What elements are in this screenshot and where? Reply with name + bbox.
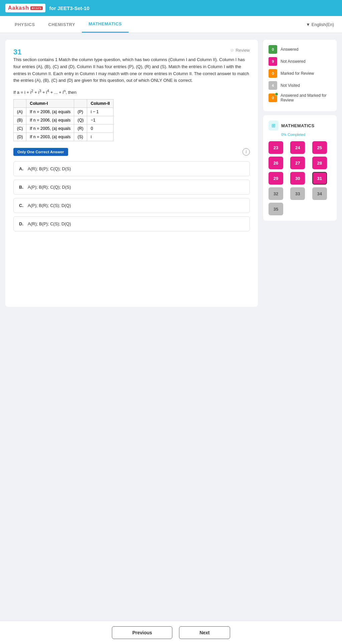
answered-badge: 0	[269, 45, 277, 54]
row-b-sep: (Q)	[74, 116, 87, 124]
option-b-text: A(P); B(R); C(Q); D(S)	[28, 185, 71, 190]
answer-type-row: Only One Correct Answer i	[13, 148, 250, 156]
question-number: 31	[13, 48, 21, 56]
section-card: ⊞ MATHEMATICS 0% Completed 23 24 25 26 2…	[263, 115, 337, 221]
sidebar: 0 Answered 9 Not Answered 0 Marked for R…	[263, 40, 337, 307]
row-a-col2: i − 1	[87, 108, 114, 116]
marked-badge: 0	[269, 69, 277, 78]
q-btn-24[interactable]: 24	[290, 141, 305, 154]
chevron-down-icon: ▼	[306, 22, 310, 27]
q-btn-32[interactable]: 32	[269, 187, 283, 200]
table-col-1-header: Column-I	[26, 99, 74, 108]
answered-marked-count: 0	[272, 96, 274, 100]
option-d-text: A(R); B(P); C(S); D(Q)	[28, 221, 71, 226]
app-header: Aakash BYJU'S for JEET3-Set-10	[0, 0, 342, 16]
q-btn-25[interactable]: 25	[312, 141, 327, 154]
option-a-text: A(R); B(P); C(Q); D(S)	[28, 166, 71, 171]
option-b[interactable]: B. A(P); B(R); C(Q); D(S)	[13, 180, 250, 195]
option-c-text: A(P); B(R); C(S); D(Q)	[28, 203, 71, 208]
answered-label: Answered	[281, 47, 298, 52]
dot-indicator	[275, 92, 278, 96]
q-btn-27[interactable]: 27	[290, 157, 305, 169]
language-label: English(En)	[312, 22, 334, 27]
subject-tabs: PHYSICS CHEMISTRY MATHEMATICS ▼ English(…	[0, 16, 342, 33]
q-btn-33[interactable]: 33	[290, 187, 305, 200]
option-a[interactable]: A. A(R); B(P); C(Q); D(S)	[13, 161, 250, 176]
not-answered-count: 9	[272, 59, 274, 63]
tab-mathematics[interactable]: MATHEMATICS	[82, 16, 129, 33]
row-b-col2: −1	[87, 116, 114, 124]
legend-answered-marked: 0 Answered and Marked for Review	[269, 93, 331, 102]
marked-label: Marked for Review	[281, 71, 314, 76]
table-row: (D) If n = 2003, (a) equals (S) i	[14, 133, 114, 141]
answered-count: 0	[272, 47, 274, 51]
row-c-label: (C)	[14, 124, 26, 133]
q-btn-26[interactable]: 26	[269, 157, 283, 169]
logo: Aakash BYJU'S	[5, 4, 45, 12]
answered-marked-badge: 0	[269, 93, 277, 102]
tab-physics[interactable]: PHYSICS	[8, 17, 42, 32]
info-icon[interactable]: i	[242, 148, 250, 156]
row-d-col1: If n = 2003, (a) equals	[26, 133, 74, 141]
row-c-col1: If n = 2005, (a) equals	[26, 124, 74, 133]
legend-answered: 0 Answered	[269, 45, 331, 54]
not-answered-label: Not Answered	[281, 59, 306, 64]
option-c[interactable]: C. A(P); B(R); C(S); D(Q)	[13, 198, 250, 213]
section-icon: ⊞	[269, 121, 279, 131]
answered-marked-label: Answered and Marked for Review	[281, 93, 331, 102]
option-a-label: A.	[19, 166, 24, 171]
answer-type-badge: Only One Correct Answer	[13, 148, 68, 156]
language-selector[interactable]: ▼ English(En)	[306, 22, 334, 27]
byju-badge: BYJU'S	[30, 6, 43, 10]
match-table: Column-I Column-II (A) If n = 2008, (a) …	[13, 99, 114, 141]
question-grid: 23 24 25 26 27 28 29 30 31 32 33 34 35	[269, 141, 331, 215]
row-a-sep: (P)	[74, 108, 87, 116]
row-c-sep: (R)	[74, 124, 87, 133]
logo-text: Aakash	[8, 5, 29, 11]
legend-marked: 0 Marked for Review	[269, 69, 331, 78]
option-c-label: C.	[19, 203, 24, 208]
row-d-label: (D)	[14, 133, 26, 141]
previous-button[interactable]: Previous	[112, 626, 172, 639]
not-visited-badge: 4	[269, 81, 277, 90]
star-icon: ☆	[230, 48, 234, 53]
not-visited-label: Not Visited	[281, 83, 300, 88]
next-button[interactable]: Next	[179, 626, 230, 639]
table-col-2-header: Column-II	[87, 99, 114, 108]
section-title: MATHEMATICS	[281, 123, 315, 128]
table-row: (A) If n = 2008, (a) equals (P) i − 1	[14, 108, 114, 116]
section-header: ⊞ MATHEMATICS	[269, 121, 331, 131]
option-d-label: D.	[19, 221, 24, 226]
row-c-col2: 0	[87, 124, 114, 133]
option-d[interactable]: D. A(R); B(P); C(S); D(Q)	[13, 216, 250, 231]
marked-count: 0	[272, 71, 274, 75]
q-btn-23[interactable]: 23	[269, 141, 283, 154]
q-btn-35[interactable]: 35	[269, 203, 283, 215]
q-btn-28[interactable]: 28	[312, 157, 327, 169]
not-answered-badge: 9	[269, 57, 277, 66]
row-d-sep: (S)	[74, 133, 87, 141]
main-content: 31 ☆ Review This section contains 1 Matc…	[0, 33, 342, 313]
table-col-empty	[14, 99, 26, 108]
legend-not-answered: 9 Not Answered	[269, 57, 331, 66]
tab-chemistry[interactable]: CHEMISTRY	[42, 17, 82, 32]
review-label: Review	[235, 48, 250, 53]
review-button[interactable]: ☆ Review	[230, 48, 250, 53]
row-a-col1: If n = 2008, (a) equals	[26, 108, 74, 116]
legend-card: 0 Answered 9 Not Answered 0 Marked for R…	[263, 40, 337, 111]
header-title: for JEET3-Set-10	[49, 5, 90, 11]
q-btn-29[interactable]: 29	[269, 172, 283, 185]
table-col-sep	[74, 99, 87, 108]
question-panel: 31 ☆ Review This section contains 1 Matc…	[5, 40, 258, 307]
row-d-col2: i	[87, 133, 114, 141]
legend-not-visited: 4 Not Visited	[269, 81, 331, 90]
q-btn-31[interactable]: 31	[312, 172, 327, 185]
section-progress: 0% Completed	[281, 133, 331, 137]
bottom-nav: Previous Next	[0, 621, 342, 644]
table-row: (C) If n = 2005, (a) equals (R) 0	[14, 124, 114, 133]
q-btn-34[interactable]: 34	[312, 187, 327, 200]
q-btn-30[interactable]: 30	[290, 172, 305, 185]
question-body: This section contains 1 Match the column…	[13, 56, 250, 84]
row-a-label: (A)	[14, 108, 26, 116]
option-b-label: B.	[19, 185, 24, 190]
